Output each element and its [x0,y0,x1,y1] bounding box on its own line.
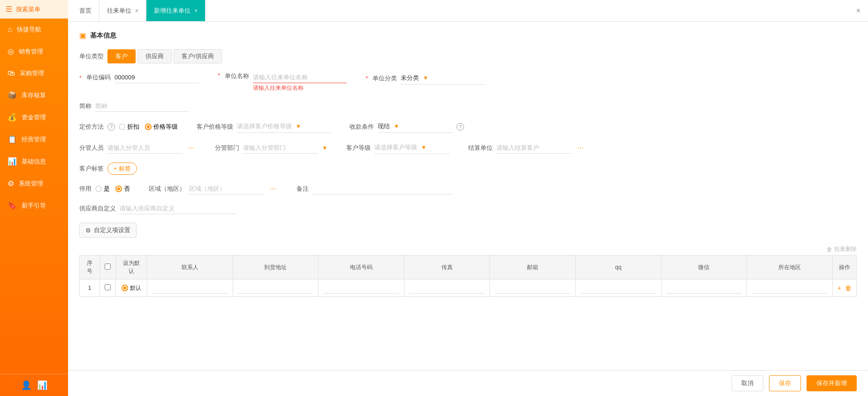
save-button[interactable]: 保存 [769,375,801,391]
unit-code-input[interactable] [114,72,199,83]
manager-input[interactable] [107,142,183,154]
row-default-radio[interactable]: 默认 [121,284,142,292]
department-arrow[interactable]: ▼ [322,145,327,151]
customer-level-select[interactable]: 请选择客户等级 ▼ [374,141,449,154]
add-tag-btn[interactable]: + 标签 [107,163,137,175]
th-fax: 传真 [404,256,490,280]
sidebar-item-operations[interactable]: 📋 经营管理 [0,128,68,150]
sidebar-item-label: 系统管理 [19,179,43,188]
inventory-icon: 📦 [8,91,17,100]
type-btn-both[interactable]: 客户/供应商 [174,49,222,63]
radio-discount[interactable]: 折扣 [119,123,139,131]
unit-name-group: * 单位名称 请输入往来单位名称 [218,72,347,92]
tab-new-partner-label: 新增往来单位 [154,7,190,15]
settlement-input[interactable] [496,142,571,154]
row-fax-input[interactable] [409,282,485,294]
system-icon: ⚙ [8,179,14,188]
customer-price-group: 客户价格等级 请选择客户价格等级 ▼ [197,120,331,133]
custom-settings-btn[interactable]: ⚙ 自定义项设置 [79,223,137,238]
sidebar-item-label: 快捷导航 [17,25,41,34]
th-address: 到货地址 [233,256,319,280]
tab-partners-close[interactable]: × [135,8,138,14]
type-btn-customer[interactable]: 客户 [107,49,136,63]
radio-level-circle [145,124,152,130]
row-default: 默认 [116,280,147,297]
unit-type-row: 单位类型 客户 供应商 客户/供应商 [79,49,857,63]
row-checkbox [100,280,116,297]
row-delete-btn[interactable]: 🗑 [845,284,852,292]
unit-name-input[interactable] [253,72,347,83]
sidebar-item-quick-nav[interactable]: ⌂ 快捷导航 [0,19,68,40]
pricing-help-icon[interactable]: ? [107,123,115,131]
tab-new-partner[interactable]: 新增往来单位 × [146,0,206,21]
department-input[interactable] [243,142,318,154]
customer-price-label: 客户价格等级 [197,123,233,131]
row-phone-input[interactable] [323,282,399,294]
customer-price-arrow: ▼ [296,123,301,130]
sidebar-item-system[interactable]: ⚙ 系统管理 [0,172,68,194]
manager-more-btn[interactable]: ··· [186,144,196,152]
settlement-more-btn[interactable]: ··· [575,144,585,152]
batch-delete-btn[interactable]: 🗑 批量删除 [79,245,857,253]
search-menu-btn[interactable]: ☰ 搜索菜单 [0,0,68,19]
short-name-input[interactable] [95,101,189,112]
unit-category-select[interactable]: 未分类 ▼ [401,72,485,85]
section-header: ▣ 基本信息 [79,31,857,40]
radio-no[interactable]: 否 [115,185,130,193]
sidebar-item-inventory[interactable]: 📦 库存核算 [0,84,68,106]
row-no: 1 [80,280,100,297]
unit-category-arrow: ▼ [423,75,428,81]
section-icon: ▣ [79,31,86,40]
sidebar-item-finance[interactable]: 💰 资金管理 [0,106,68,128]
sidebar-item-purchase[interactable]: 🛍 采购管理 [0,62,68,84]
row-region-input[interactable] [752,282,828,294]
tab-partners[interactable]: 往来单位 × [99,0,146,21]
row-add-btn[interactable]: + [838,284,841,292]
manager-label: 分管人员 [79,144,104,152]
save-add-button[interactable]: 保存并新增 [807,375,857,391]
home-icon: ⌂ [8,25,12,34]
window-close-btn[interactable]: × [853,5,864,17]
radio-level-label: 价格等级 [153,123,178,131]
unit-code-group: * 单位编码 [79,72,199,83]
payment-help-icon[interactable]: ? [457,123,464,131]
tab-bar: 首页 往来单位 × 新增往来单位 × × [68,0,868,22]
row-contact-input[interactable] [152,282,228,294]
row-checkbox-input[interactable] [105,284,111,290]
radio-no-circle [115,186,122,192]
customer-price-select[interactable]: 请选择客户价格等级 ▼ [237,120,331,133]
sidebar-settings-icon[interactable]: 📊 [37,380,47,390]
unit-name-required: * [218,72,220,79]
row-email-input[interactable] [495,282,571,294]
disabled-group: 停用 是 否 [79,185,130,193]
sidebar-item-sales[interactable]: ◎ 销售管理 [0,40,68,62]
guide-icon: 🔖 [8,201,17,210]
form-area: ▣ 基本信息 单位类型 客户 供应商 客户/供应商 * 单位编码 * [68,22,868,370]
tab-home[interactable]: 首页 [72,0,99,21]
note-input[interactable] [312,183,453,194]
unit-category-label: 单位分类 [373,74,397,83]
tab-new-partner-close[interactable]: × [194,8,198,14]
sidebar-item-label: 基础信息 [22,157,46,166]
sidebar-item-base[interactable]: 📊 基础信息 [0,150,68,172]
payment-terms-select[interactable]: 现结 ▼ [378,120,453,133]
type-btn-supplier[interactable]: 供应商 [137,49,172,63]
unit-category-group: * 单位分类 未分类 ▼ [365,72,485,85]
sidebar: ☰ 搜索菜单 ⌂ 快捷导航 ◎ 销售管理 🛍 采购管理 📦 库存核算 💰 资金管… [0,0,68,396]
sidebar-user-icon[interactable]: 👤 [21,380,31,390]
row-address-input[interactable] [238,282,314,294]
radio-level[interactable]: 价格等级 [145,123,178,131]
region-input[interactable] [189,183,264,194]
row-contact [147,280,233,297]
supplier-custom-input[interactable] [120,203,237,214]
region-more-btn[interactable]: ··· [268,185,278,193]
radio-yes[interactable]: 是 [95,185,110,193]
department-label: 分管部门 [215,144,239,152]
radio-discount-label: 折扣 [127,123,139,131]
row-qq-input[interactable] [580,282,656,294]
table-header: 序号 设为默认 联系人 到货地址 电话号码 传真 邮箱 qq 微信 所在地区 操… [80,256,857,280]
sidebar-item-guide[interactable]: 🔖 新手引导 [0,194,68,217]
row-wechat-input[interactable] [666,282,742,294]
select-all-checkbox[interactable] [105,264,111,270]
cancel-button[interactable]: 取消 [731,375,763,391]
